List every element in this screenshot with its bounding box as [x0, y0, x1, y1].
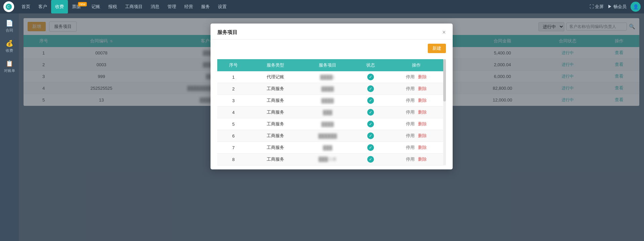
member-btn[interactable]: ▶ 畅会员	[608, 4, 627, 10]
status-check-icon: ✓	[367, 97, 374, 104]
modal-scrollbar-thumb[interactable]	[443, 59, 446, 102]
stop-button[interactable]: 停用	[406, 157, 415, 162]
modal-cell-item: ████	[301, 83, 354, 95]
nav-bookkeeping[interactable]: 记账	[87, 0, 104, 13]
modal-cell-type: 工商服务	[250, 107, 301, 118]
modal-table-row: 4 工商服务 ███ ✓ 停用 删除	[217, 107, 446, 118]
sidebar-item-statement[interactable]: 📋 对账单	[1, 57, 18, 76]
modal-cell-status: ✓	[354, 95, 387, 107]
modal-cell-status: ✓	[354, 130, 387, 142]
app-logo: C	[3, 1, 14, 12]
delete-button[interactable]: 删除	[418, 145, 427, 150]
modal-cell-status: ✓	[354, 83, 387, 95]
nav-tax[interactable]: 报税	[104, 0, 121, 13]
modal-col-type: 服务类型	[250, 59, 301, 71]
modal-cell-action: 停用 删除	[387, 107, 446, 118]
modal-service-table: 序号 服务类型 服务项目 状态 操作 1 代理记账 ████1 ✓ 停用	[217, 59, 446, 165]
modal-cell-action: 停用 删除	[387, 142, 446, 154]
sidebar-contract-label: 合同	[6, 28, 13, 33]
contract-icon: 📄	[6, 19, 13, 27]
modal-table-row: 3 工商服务 ████ ✓ 停用 删除	[217, 95, 446, 107]
sidebar-fee-label: 收费	[6, 48, 13, 53]
status-check-icon: ✓	[367, 85, 374, 92]
modal-cell-type: 工商服务	[250, 83, 301, 95]
status-check-icon: ✓	[367, 156, 374, 163]
nav-fee[interactable]: 收费	[51, 0, 68, 13]
modal-cell-type: 工商服务	[250, 130, 301, 142]
fullscreen-btn[interactable]: ⛶ 全屏	[590, 4, 604, 10]
modal-body: 新建 序号 服务类型 服务项目 状态 操作	[211, 40, 453, 169]
modal-cell-id: 3	[217, 95, 250, 107]
modal-cell-item: ████	[301, 95, 354, 107]
modal-cell-action: 停用 删除	[387, 95, 446, 107]
modal-table-row: 7 工商服务 ███ ✓ 停用 删除	[217, 142, 446, 154]
modal-cell-status: ✓	[354, 118, 387, 130]
sidebar-item-contract[interactable]: 📄 合同	[1, 17, 18, 36]
modal-table-wrap: 序号 服务类型 服务项目 状态 操作 1 代理记账 ████1 ✓ 停用	[217, 59, 446, 165]
content-area: 新增 服务项目 进行中 已完成 已终止 🔍 序号	[19, 13, 644, 241]
stop-button[interactable]: 停用	[406, 121, 415, 126]
modal-table-row: 8 工商服务 ███注册 ✓ 停用 删除	[217, 154, 446, 165]
delete-button[interactable]: 删除	[418, 98, 427, 103]
fee-icon: 💰	[6, 40, 13, 47]
stop-button[interactable]: 停用	[406, 110, 415, 115]
modal-table-row: 5 工商服务 ████ ✓ 停用 删除	[217, 118, 446, 130]
nav-invoice[interactable]: 票据 new	[68, 0, 87, 13]
modal-cell-action: 停用 删除	[387, 118, 446, 130]
modal-cell-status: ✓	[354, 154, 387, 165]
modal-cell-id: 1	[217, 71, 250, 83]
delete-button[interactable]: 删除	[418, 110, 427, 115]
delete-button[interactable]: 删除	[418, 133, 427, 138]
status-check-icon: ✓	[367, 144, 374, 151]
modal-cell-action: 停用 删除	[387, 83, 446, 95]
modal-title: 服务项目	[217, 29, 237, 36]
nav-settings[interactable]: 设置	[214, 0, 231, 13]
modal-header: 服务项目 ×	[211, 24, 453, 40]
stop-button[interactable]: 停用	[406, 98, 415, 103]
modal-cell-item: ███	[301, 142, 354, 154]
user-avatar[interactable]: 👤	[631, 2, 641, 12]
nav-customer[interactable]: 客户	[34, 0, 51, 13]
delete-button[interactable]: 删除	[418, 74, 427, 79]
delete-button[interactable]: 删除	[418, 86, 427, 91]
modal-cell-type: 工商服务	[250, 95, 301, 107]
modal-cell-type: 代理记账	[250, 71, 301, 83]
stop-button[interactable]: 停用	[406, 74, 415, 79]
stop-button[interactable]: 停用	[406, 145, 415, 150]
nav-business[interactable]: 工商项目	[121, 0, 147, 13]
modal-cell-action: 停用 删除	[387, 154, 446, 165]
nav-operation[interactable]: 经营	[180, 0, 197, 13]
delete-button[interactable]: 删除	[418, 121, 427, 126]
modal-cell-status: ✓	[354, 107, 387, 118]
modal-cell-item: ████	[301, 118, 354, 130]
main-layout: 📄 合同 💰 收费 📋 对账单 新增 服务项目 进行中 已完成 已终止	[0, 13, 644, 241]
modal-cell-status: ✓	[354, 71, 387, 83]
top-navigation: C 首页 客户 收费 票据 new 记账 报税 工商项目 消息 管理 经营 服务…	[0, 0, 644, 13]
modal-cell-status: ✓	[354, 142, 387, 154]
stop-button[interactable]: 停用	[406, 133, 415, 138]
modal-cell-action: 停用 删除	[387, 130, 446, 142]
stop-button[interactable]: 停用	[406, 86, 415, 91]
modal-col-id: 序号	[217, 59, 250, 71]
modal-table-row: 1 代理记账 ████1 ✓ 停用 删除	[217, 71, 446, 83]
nav-service[interactable]: 服务	[197, 0, 214, 13]
modal-cell-action: 停用 删除	[387, 71, 446, 83]
status-check-icon: ✓	[367, 74, 374, 80]
new-badge: new	[78, 2, 87, 6]
nav-manage[interactable]: 管理	[163, 0, 180, 13]
modal-scrollbar[interactable]	[443, 59, 446, 165]
modal-cell-type: 工商服务	[250, 142, 301, 154]
svg-text:C: C	[7, 5, 10, 9]
sidebar: 📄 合同 💰 收费 📋 对账单	[0, 13, 19, 241]
nav-home[interactable]: 首页	[17, 0, 34, 13]
modal-close-button[interactable]: ×	[442, 29, 446, 36]
modal-table-row: 2 工商服务 ████ ✓ 停用 删除	[217, 83, 446, 95]
sidebar-item-fee[interactable]: 💰 收费	[1, 37, 18, 56]
modal-cell-id: 8	[217, 154, 250, 165]
modal-new-button[interactable]: 新建	[428, 44, 446, 53]
delete-button[interactable]: 删除	[418, 157, 427, 162]
nav-message[interactable]: 消息	[147, 0, 163, 13]
modal-col-status: 状态	[354, 59, 387, 71]
modal-col-item: 服务项目	[301, 59, 354, 71]
modal-cell-id: 4	[217, 107, 250, 118]
